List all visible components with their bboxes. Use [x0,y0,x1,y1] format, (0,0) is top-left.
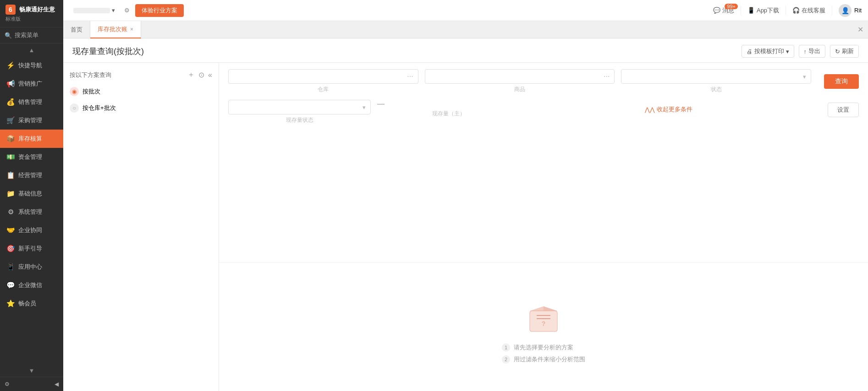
inventory-status-label: 现存量状态 [228,116,371,124]
scheme-settings-btn[interactable]: ⊙ [198,71,204,79]
tabs-bar: 首页 库存批次账 × ✕ [63,21,868,38]
sidebar-item-newbie[interactable]: 🎯 新手引导 [0,239,63,258]
sidebar-item-basic[interactable]: 📁 基础信息 [0,185,63,203]
export-label: 导出 [808,47,820,55]
tab-close-icon[interactable]: × [130,26,133,33]
svg-marker-1 [530,306,544,311]
page-actions: 🖨 按模板打印 ▾ ↑ 导出 ↻ 刷新 [742,45,859,58]
sidebar-item-inventory[interactable]: 📦 库存核算 [0,130,63,148]
empty-hint-1: 1 请先选择要分析的方案 [502,343,585,352]
member-icon: ⭐ [6,299,15,308]
sidebar-item-label: 经营管理 [18,171,42,179]
tab-home-label: 首页 [71,26,82,34]
collapse-conditions-btn[interactable]: ⋀⋀ 收起更多条件 [645,103,692,116]
sidebar-item-finance[interactable]: 💵 资金管理 [0,148,63,166]
collapse-area: ⋀⋀ 收起更多条件 [526,100,811,116]
inventory-qty-label: 现存量（主） [377,110,520,118]
dropdown-text [73,8,110,13]
status-filter-group: ▾ 状态 [621,69,811,93]
topbar-divider1 [741,6,741,15]
sidebar-item-member[interactable]: ⭐ 畅会员 [0,294,63,313]
sidebar-collapse-btn[interactable]: ◀ [55,381,59,387]
sidebar-item-label: 企业协同 [18,226,42,234]
inventory-status-select[interactable]: ▾ [228,100,371,114]
status-select[interactable]: ▾ [621,69,811,84]
operation-icon: 📋 [6,171,15,179]
tab-inventory-batch-label: 库存批次账 [98,25,127,33]
sidebar-item-label: 库存核算 [18,135,42,143]
warehouse-label: 仓库 [228,86,418,93]
warehouse-dots-btn[interactable]: ··· [407,72,413,81]
sidebar-item-quick-nav[interactable]: ⚡ 快捷导航 [0,56,63,75]
message-icon: 💬 [713,7,720,14]
sidebar-item-system[interactable]: ⚙ 系统管理 [0,203,63,221]
scheme-item-by-batch[interactable]: ◉ 按批次 [63,83,219,100]
trial-industry-btn[interactable]: 体验行业方案 [135,4,184,17]
main-content: 按以下方案查询 ＋ ⊙ « ◉ 按批次 ○ 按仓库+批次 [63,63,868,391]
template-print-btn[interactable]: 🖨 按模板打印 ▾ [742,45,794,58]
sidebar-item-label: 采购管理 [18,116,42,125]
sidebar: 6 畅康通好生意 标准版 🔍 搜索菜单 ▲ ⚡ 快捷导航 📢 营销推广 💰 销售… [0,0,63,391]
sidebar-item-appstore[interactable]: 📱 应用中心 [0,258,63,276]
topbar-divider2 [786,6,786,15]
sidebar-item-sales[interactable]: 💰 销售管理 [0,93,63,111]
topbar-app-download-btn[interactable]: 📱 App下载 [747,6,779,15]
inventory-qty-dash: — [377,100,385,108]
query-btn[interactable]: 查询 [824,74,859,89]
svg-text:?: ? [542,320,546,327]
print-dropdown-icon: ▾ [786,48,789,55]
scheme-item-by-warehouse-batch[interactable]: ○ 按仓库+批次 [63,100,219,116]
sidebar-item-wechat[interactable]: 💬 企业微信 [0,276,63,294]
scroll-down-arrow[interactable]: ▼ [27,366,36,375]
scheme-item-label: 按仓库+批次 [82,104,116,112]
sidebar-item-purchase[interactable]: 🛒 采购管理 [0,111,63,130]
hint-num-1: 1 [502,343,510,352]
search-icon: 🔍 [5,32,12,39]
app-logo-icon: 6 [5,5,16,15]
warehouse-input[interactable]: ··· [228,69,418,84]
export-btn[interactable]: ↑ 导出 [799,45,826,58]
purchase-icon: 🛒 [6,116,15,125]
topbar-service-btn[interactable]: 🎧 在线客服 [792,6,825,15]
empty-state: ? 1 请先选择要分析的方案 2 用过滤条件来缩小分析范围 [219,263,868,391]
newbie-icon: 🎯 [6,244,15,253]
sidebar-search[interactable]: 🔍 搜索菜单 [0,27,63,43]
tab-home[interactable]: 首页 [63,21,90,38]
settings-btn[interactable]: 设置 [828,103,859,117]
scheme-collapse-btn[interactable]: « [208,71,212,79]
topbar-user-area[interactable]: 👤 Rit [839,4,862,17]
sidebar-item-operation[interactable]: 📋 经营管理 [0,166,63,185]
scroll-up-arrow[interactable]: ▲ [27,45,36,54]
sidebar-menu: ⚡ 快捷导航 📢 营销推广 💰 销售管理 🛒 采购管理 📦 库存核算 💵 资金管… [0,56,63,364]
settings-btn-area: 设置 [818,100,859,117]
goods-filter-group: ··· 商品 [425,69,615,93]
filter-scheme-header: 按以下方案查询 ＋ ⊙ « [63,68,219,83]
page-header: 现存量查询(按批次) 🖨 按模板打印 ▾ ↑ 导出 ↻ 刷新 [63,38,868,63]
goods-input[interactable]: ··· [425,69,615,84]
inventory-status-group: ▾ 现存量状态 [228,100,371,124]
tab-panel-close-icon[interactable]: ✕ [857,25,863,34]
topbar-left: ▾ ⚙ 体验行业方案 [70,4,709,17]
sidebar-item-label: 企业微信 [18,281,42,289]
svg-marker-2 [544,306,557,311]
empty-hint-2: 2 用过滤条件来缩小分析范围 [502,355,585,364]
topbar-dropdown[interactable]: ▾ [70,5,119,16]
scheme-inactive-icon: ○ [70,103,79,113]
sidebar-item-label: 畅会员 [18,299,36,308]
refresh-btn[interactable]: ↻ 刷新 [830,45,859,58]
hint-num-2: 2 [502,355,510,364]
add-scheme-btn[interactable]: ＋ [187,70,195,80]
filter-row-2: ▾ 现存量状态 — 现存量（主） [228,100,859,124]
sidebar-settings-btn[interactable]: ⚙ [5,381,10,387]
topbar-gear-btn[interactable]: ⚙ [122,5,132,16]
sidebar-item-label: 基础信息 [18,190,42,198]
sidebar-item-marketing[interactable]: 📢 营销推广 [0,75,63,93]
warehouse-filter-group: ··· 仓库 [228,69,418,93]
wechat-icon: 💬 [6,281,15,289]
tab-inventory-batch[interactable]: 库存批次账 × [90,21,141,38]
sidebar-item-enterprise[interactable]: 🤝 企业协同 [0,221,63,239]
topbar-message-btn[interactable]: 💬 消息 99+ [713,6,734,15]
refresh-icon: ↻ [835,48,840,55]
collapse-label: 收起更多条件 [657,105,692,114]
goods-dots-btn[interactable]: ··· [604,72,610,81]
